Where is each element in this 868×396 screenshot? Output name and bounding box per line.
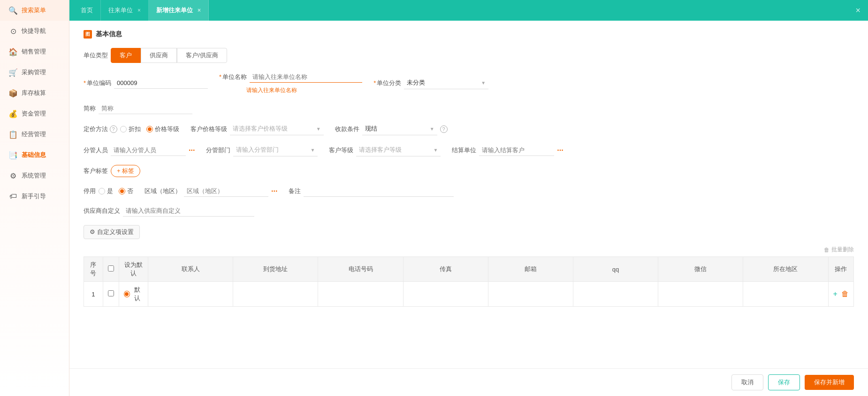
- settlement-unit-more-btn[interactable]: ···: [557, 146, 563, 155]
- col-checkbox[interactable]: [103, 257, 119, 282]
- unit-name-input[interactable]: [250, 71, 362, 83]
- inventory-icon: 📦: [8, 88, 18, 98]
- disabled-no-dot: [120, 189, 124, 193]
- manager-more-btn[interactable]: ···: [189, 146, 195, 155]
- row-checkbox[interactable]: [103, 282, 119, 307]
- operations-icon: 📋: [8, 130, 18, 139]
- tab-bar: 首页 往来单位 × 新增往来单位 × ×: [69, 0, 868, 21]
- sidebar-item-system[interactable]: ⚙ 系统管理: [0, 165, 69, 186]
- row-index: 1: [84, 282, 103, 307]
- sidebar-item-purchase[interactable]: 🛒 采购管理: [0, 62, 69, 83]
- row-select-checkbox[interactable]: [108, 290, 114, 296]
- quicknav-icon: ⊙: [8, 26, 18, 36]
- customer-level-select[interactable]: 请选择客户等级 ▼: [356, 144, 441, 156]
- contact-input[interactable]: [153, 289, 228, 300]
- unit-code-input[interactable]: [114, 78, 208, 89]
- sidebar-item-finance[interactable]: 💰 资金管理: [0, 103, 69, 124]
- sidebar-item-search[interactable]: 🔍 搜索菜单: [0, 0, 69, 21]
- department-select[interactable]: 请输入分管部门 ▼: [233, 144, 318, 156]
- row-delete-btn[interactable]: 🗑: [841, 290, 849, 298]
- shortname-input[interactable]: [99, 103, 192, 114]
- customer-price-level-select[interactable]: 请选择客户价格等级 ▼: [230, 123, 324, 135]
- unit-type-supplier-btn[interactable]: 供应商: [141, 48, 177, 63]
- cancel-button[interactable]: 取消: [731, 374, 763, 390]
- sidebar-item-operations[interactable]: 📋 经营管理: [0, 124, 69, 145]
- wechat-input[interactable]: [663, 289, 738, 300]
- col-wechat: 微信: [658, 257, 743, 282]
- note-input[interactable]: [304, 186, 454, 197]
- pricing-help-icon[interactable]: ?: [110, 125, 117, 133]
- row-default[interactable]: 默认: [119, 282, 148, 307]
- unit-code-field: *单位编码: [84, 78, 208, 89]
- add-tag-button[interactable]: + 标签: [111, 165, 140, 177]
- tab-contacts[interactable]: 往来单位 ×: [101, 0, 149, 21]
- row-add-btn[interactable]: +: [833, 290, 838, 298]
- sidebar-item-inventory[interactable]: 📦 库存核算: [0, 83, 69, 103]
- sidebar-item-newguide[interactable]: 🏷 新手引导: [0, 186, 69, 207]
- row-wechat[interactable]: [658, 282, 743, 307]
- row-contact[interactable]: [148, 282, 233, 307]
- row-phone[interactable]: [318, 282, 403, 307]
- qq-input[interactable]: [578, 289, 653, 300]
- sidebar: 🔍 搜索菜单 ⊙ 快捷导航 🏠 销售管理 🛒 采购管理 📦 库存核算 💰 资金管…: [0, 0, 69, 396]
- sidebar-item-sales[interactable]: 🏠 销售管理: [0, 41, 69, 62]
- settlement-unit-input[interactable]: [479, 145, 554, 156]
- unit-category-select[interactable]: 未分类 ▼: [404, 77, 488, 89]
- tab-new-contact[interactable]: 新增往来单位 ×: [149, 0, 209, 21]
- unit-type-customer-btn[interactable]: 客户: [111, 48, 141, 63]
- row-region[interactable]: [743, 282, 828, 307]
- region-input[interactable]: [184, 186, 268, 197]
- tab-new-contact-close[interactable]: ×: [198, 8, 201, 13]
- row-fax[interactable]: [403, 282, 488, 307]
- address-input[interactable]: [238, 289, 313, 300]
- supplier-custom-input[interactable]: [123, 205, 254, 217]
- tab-contacts-close[interactable]: ×: [137, 8, 141, 13]
- unit-name-error: 请输入往来单位名称: [246, 86, 297, 94]
- email-input[interactable]: [493, 289, 568, 300]
- payment-terms-value: 现结: [365, 124, 377, 133]
- custom-settings-button[interactable]: ⚙ 自定义项设置: [84, 225, 140, 239]
- customer-price-level-chevron: ▼: [316, 126, 321, 132]
- pricing-level-radio[interactable]: 价格等级: [146, 125, 179, 133]
- sidebar-item-quicknav[interactable]: ⊙ 快捷导航: [0, 21, 69, 41]
- phone-input[interactable]: [323, 289, 398, 300]
- unit-category-value: 未分类: [407, 78, 425, 87]
- manager-label: 分管人员: [84, 146, 108, 155]
- batch-delete-button[interactable]: 🗑 批量删除: [84, 246, 854, 254]
- col-phone: 电话号码: [318, 257, 403, 282]
- sidebar-item-label: 快捷导航: [22, 27, 46, 35]
- customer-level-placeholder: 请选择客户等级: [359, 146, 402, 154]
- tab-home[interactable]: 首页: [73, 0, 101, 21]
- row-default-radio[interactable]: 默认: [124, 286, 144, 303]
- sidebar-item-label: 新手引导: [22, 192, 46, 201]
- customer-level-chevron: ▼: [433, 148, 438, 153]
- sidebar-item-label: 系统管理: [22, 171, 46, 180]
- row-default-circle: [124, 291, 130, 297]
- row-email[interactable]: [488, 282, 573, 307]
- manager-input[interactable]: [111, 145, 186, 156]
- disabled-no-circle: [119, 188, 125, 194]
- unit-type-both-btn[interactable]: 客户/供应商: [177, 48, 227, 63]
- window-close-button[interactable]: ×: [852, 6, 864, 16]
- select-all-checkbox[interactable]: [108, 265, 114, 272]
- pricing-level-circle: [146, 126, 153, 132]
- payment-terms-help-icon[interactable]: ?: [440, 125, 448, 133]
- row-default-label: 默认: [132, 286, 143, 303]
- fax-input[interactable]: [408, 289, 483, 300]
- supplier-custom-label: 供应商自定义: [84, 207, 120, 215]
- disabled-yes-circle: [99, 188, 105, 194]
- row-address[interactable]: [233, 282, 318, 307]
- payment-terms-select[interactable]: 现结 ▼: [362, 123, 437, 135]
- disabled-yes-radio[interactable]: 是: [99, 187, 113, 195]
- disabled-no-radio[interactable]: 否: [119, 187, 133, 195]
- unit-name-label: *单位名称: [219, 73, 247, 81]
- region-more-btn[interactable]: ···: [271, 187, 277, 195]
- section-icon: 图: [84, 30, 92, 39]
- row-region-input[interactable]: [748, 289, 823, 300]
- unit-category-label: *单位分类: [373, 79, 401, 87]
- sidebar-item-basicinfo[interactable]: 📑 基础信息: [0, 145, 69, 165]
- pricing-discount-radio[interactable]: 折扣: [120, 125, 141, 133]
- save-new-button[interactable]: 保存并新增: [805, 375, 854, 390]
- row-qq[interactable]: [573, 282, 658, 307]
- save-button[interactable]: 保存: [768, 374, 800, 390]
